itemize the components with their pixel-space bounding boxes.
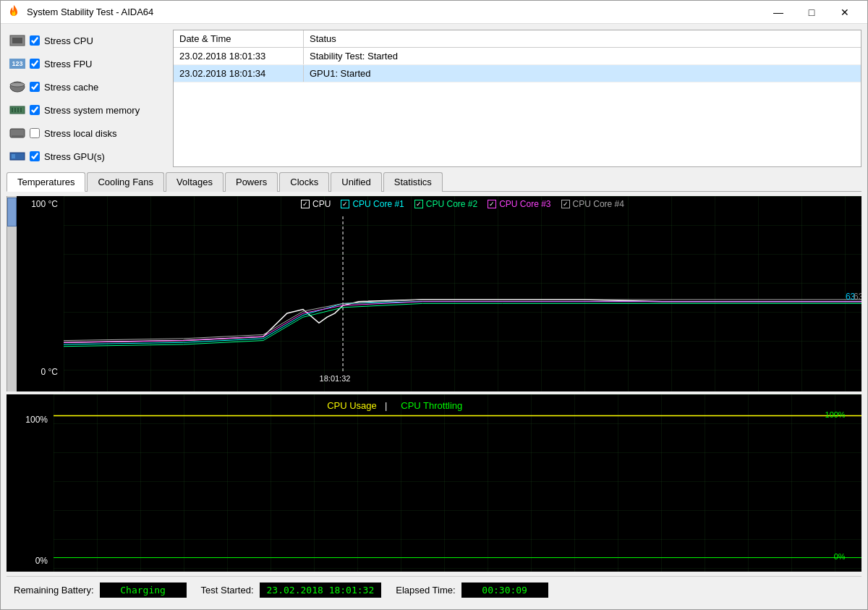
battery-value: Charging	[100, 583, 187, 598]
legend-core1-label: CPU Core #1	[352, 199, 404, 209]
log-row-1: 23.02.2018 18:01:33 Stability Test: Star…	[174, 48, 861, 65]
elapsed-label: Elapsed Time:	[396, 585, 455, 596]
checkbox-stress-fpu: 123 Stress FPU	[7, 53, 166, 75]
close-button[interactable]: ✕	[828, 1, 861, 24]
y-label-max: 100 °C	[20, 199, 61, 209]
tab-voltages[interactable]: Voltages	[166, 172, 224, 192]
stress-gpus-checkbox[interactable]	[30, 151, 40, 161]
elapsed-value: 00:30:09	[461, 583, 548, 598]
legend-core2-label: CPU Core #2	[426, 199, 477, 209]
svg-point-3	[10, 82, 25, 87]
maximize-button[interactable]: □	[795, 1, 828, 24]
legend-cpu: ✓ CPU	[301, 199, 331, 209]
fpu-icon: 123	[9, 57, 25, 70]
tab-clocks[interactable]: Clocks	[279, 172, 329, 192]
scroll-thumb[interactable]	[7, 198, 17, 226]
cpu-y-label-max: 100%	[9, 415, 51, 425]
content-area: Stress CPU 123 Stress FPU Stress ca	[1, 24, 867, 609]
svg-rect-14	[64, 196, 861, 391]
title-bar: System Stability Test - AIDA64 — □ ✕	[1, 1, 867, 24]
cpu-chart-wrapper: 100% 0% CPU Usage |	[7, 394, 861, 572]
cpu-chart-svg: CPU Usage | CPU Throttling 100% 0%	[54, 394, 861, 572]
battery-label: Remaining Battery:	[14, 585, 94, 596]
tabs-bar: Temperatures Cooling Fans Voltages Power…	[7, 171, 861, 192]
stress-gpus-label: Stress GPU(s)	[44, 151, 105, 162]
disk-icon	[9, 127, 25, 140]
legend-core1: ✓ CPU Core #1	[341, 199, 404, 209]
stress-fpu-label: Stress FPU	[44, 59, 92, 69]
svg-rect-12	[12, 154, 15, 158]
ram-icon	[9, 103, 25, 117]
temp-chart-svg: 63 63 18:01:32	[64, 196, 861, 391]
cpu-usage-label: CPU Usage	[327, 400, 377, 411]
checkbox-stress-local-disks: Stress local disks	[7, 122, 166, 144]
log-row-2: 23.02.2018 18:01:34 GPU1: Started	[174, 65, 861, 82]
log-cell-datetime-1: 23.02.2018 18:01:33	[174, 48, 304, 64]
tab-cooling-fans[interactable]: Cooling Fans	[87, 172, 164, 192]
stress-cpu-label: Stress CPU	[44, 35, 93, 46]
cpu-chart-body: CPU Usage | CPU Throttling 100% 0%	[54, 394, 861, 572]
stress-system-memory-checkbox[interactable]	[30, 105, 40, 115]
main-window: System Stability Test - AIDA64 — □ ✕ Str…	[0, 0, 868, 610]
title-bar-buttons: — □ ✕	[762, 1, 861, 24]
svg-rect-7	[17, 108, 19, 112]
test-value: 23.02.2018 18:01:32	[260, 583, 382, 598]
legend-cpu-check: ✓	[301, 200, 310, 208]
tabs-container: Temperatures Cooling Fans Voltages Power…	[7, 171, 861, 192]
temp-chart-y-axis: 100 °C 0 °C	[17, 196, 64, 391]
app-icon	[7, 5, 21, 20]
stress-local-disks-label: Stress local disks	[44, 128, 116, 139]
log-header: Date & Time Status	[174, 30, 861, 48]
window-title: System Stability Test - AIDA64	[27, 7, 153, 17]
checkbox-stress-cpu: Stress CPU	[7, 30, 166, 51]
tab-statistics[interactable]: Statistics	[383, 172, 443, 192]
stress-cpu-checkbox[interactable]	[30, 35, 40, 46]
y-label-min: 0 °C	[20, 367, 61, 377]
svg-rect-5	[12, 108, 13, 112]
legend-core4-check: ✓	[561, 200, 570, 208]
stress-system-memory-label: Stress system memory	[44, 105, 140, 116]
temp-chart-scrollbar[interactable]	[7, 196, 17, 391]
right-100-label: 100%	[825, 410, 846, 419]
tab-powers[interactable]: Powers	[225, 172, 278, 192]
checkboxes-panel: Stress CPU 123 Stress FPU Stress ca	[7, 30, 166, 167]
log-cell-status-2: GPU1: Started	[304, 65, 861, 82]
legend-core4: ✓ CPU Core #4	[561, 199, 624, 209]
stress-cache-label: Stress cache	[44, 82, 98, 93]
battery-status-item: Remaining Battery: Charging	[14, 583, 187, 598]
status-bar: Remaining Battery: Charging Test Started…	[7, 576, 861, 603]
log-table: Date & Time Status 23.02.2018 18:01:33 S…	[173, 30, 861, 167]
test-label: Test Started:	[201, 585, 254, 596]
legend-core2: ✓ CPU Core #2	[414, 199, 477, 209]
legend-core4-label: CPU Core #4	[573, 199, 624, 209]
legend-core1-check: ✓	[341, 200, 349, 208]
charts-area: 100 °C 0 °C ✓ CPU ✓ CPU Core #1	[7, 196, 861, 572]
checkbox-stress-gpus: Stress GPU(s)	[7, 145, 166, 167]
checkbox-stress-cache: Stress cache	[7, 76, 166, 98]
svg-rect-8	[20, 108, 22, 112]
legend-cpu-label: CPU	[312, 199, 331, 209]
legend-core3: ✓ CPU Core #3	[488, 199, 550, 209]
temp-chart-wrapper: 100 °C 0 °C ✓ CPU ✓ CPU Core #1	[7, 196, 861, 391]
stress-local-disks-checkbox[interactable]	[30, 128, 40, 138]
stress-fpu-checkbox[interactable]	[30, 59, 40, 69]
temp-value-label2: 63	[854, 292, 861, 302]
top-section: Stress CPU 123 Stress FPU Stress ca	[7, 30, 861, 167]
temp-chart-legend: ✓ CPU ✓ CPU Core #1 ✓ CPU Core #2 ✓	[64, 199, 861, 209]
svg-rect-1	[12, 38, 22, 43]
cache-icon	[9, 80, 25, 93]
svg-rect-17	[54, 394, 861, 572]
log-cell-datetime-2: 23.02.2018 18:01:34	[174, 65, 304, 82]
cpu-icon	[9, 34, 25, 47]
gpu-icon	[9, 150, 25, 163]
stress-cache-checkbox[interactable]	[30, 82, 40, 92]
svg-rect-6	[14, 108, 16, 112]
legend-core3-check: ✓	[488, 200, 496, 208]
title-bar-left: System Stability Test - AIDA64	[7, 5, 153, 20]
minimize-button[interactable]: —	[762, 1, 795, 24]
log-col-datetime: Date & Time	[174, 30, 304, 47]
legend-core2-check: ✓	[414, 200, 423, 208]
test-started-item: Test Started: 23.02.2018 18:01:32	[201, 583, 382, 598]
tab-temperatures[interactable]: Temperatures	[7, 172, 85, 192]
tab-unified[interactable]: Unified	[331, 172, 381, 192]
